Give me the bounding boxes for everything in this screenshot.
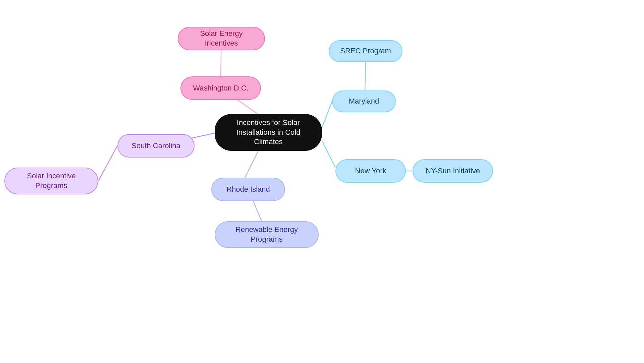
rhode-island-node[interactable]: Rhode Island — [211, 178, 285, 201]
rhode-island-label: Rhode Island — [226, 185, 270, 194]
renewable-node[interactable]: Renewable Energy Programs — [215, 221, 319, 248]
svg-line-4 — [365, 62, 366, 90]
svg-line-8 — [253, 201, 262, 221]
new-york-label: New York — [355, 166, 386, 176]
renewable-label: Renewable Energy Programs — [225, 225, 309, 244]
solar-incentive-label: Solar Incentive Programs — [14, 171, 88, 190]
svg-line-2 — [98, 146, 117, 181]
south-carolina-node[interactable]: South Carolina — [117, 134, 195, 158]
solar-energy-label: Solar Energy Incentives — [188, 29, 255, 48]
solar-energy-node[interactable]: Solar Energy Incentives — [178, 27, 265, 50]
new-york-node[interactable]: New York — [335, 159, 406, 183]
maryland-node[interactable]: Maryland — [332, 90, 396, 112]
center-node-label: Incentives for Solar Installations in Co… — [224, 118, 313, 147]
svg-line-7 — [322, 141, 335, 168]
svg-line-5 — [322, 101, 332, 127]
ny-sun-label: NY-Sun Initiative — [426, 166, 480, 176]
south-carolina-label: South Carolina — [131, 141, 180, 151]
center-node[interactable]: Incentives for Solar Installations in Co… — [215, 114, 322, 151]
srec-node[interactable]: SREC Program — [329, 40, 402, 62]
washington-label: Washington D.C. — [193, 83, 248, 93]
ny-sun-node[interactable]: NY-Sun Initiative — [413, 159, 493, 183]
solar-incentive-node[interactable]: Solar Incentive Programs — [4, 168, 98, 194]
srec-label: SREC Program — [340, 46, 391, 56]
washington-node[interactable]: Washington D.C. — [180, 76, 261, 100]
maryland-label: Maryland — [349, 97, 379, 106]
